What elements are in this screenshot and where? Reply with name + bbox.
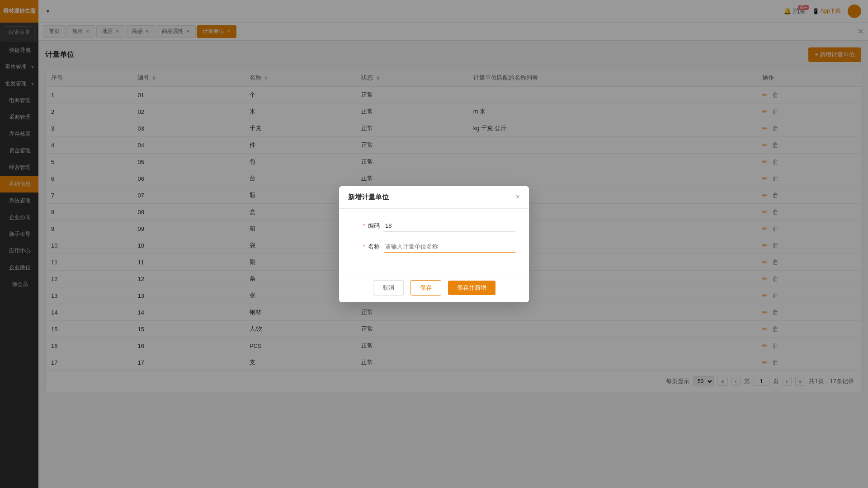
modal-title: 新增计量单位: [348, 193, 389, 202]
modal-header: 新增计量单位 ×: [339, 186, 529, 209]
required-mark: *: [363, 243, 365, 250]
form-row-code: * 编码: [353, 220, 515, 232]
save-button[interactable]: 保存: [410, 280, 441, 296]
modal-footer: 取消 保存 保存并新增: [339, 273, 529, 302]
cancel-button[interactable]: 取消: [373, 280, 404, 296]
name-input[interactable]: [384, 241, 515, 253]
add-unit-modal: 新增计量单位 × * 编码 * 名称 取消 保存 保存并新增: [339, 186, 529, 302]
code-label: * 编码: [353, 222, 380, 230]
modal-body: * 编码 * 名称: [339, 209, 529, 273]
form-row-name: * 名称: [353, 241, 515, 253]
name-label: * 名称: [353, 243, 380, 251]
modal-overlay: 新增计量单位 × * 编码 * 名称 取消 保存 保存并新增: [0, 0, 868, 488]
required-mark: *: [363, 222, 365, 229]
save-and-new-button[interactable]: 保存并新增: [448, 281, 495, 295]
code-input[interactable]: [384, 220, 515, 232]
modal-close-button[interactable]: ×: [516, 193, 520, 201]
